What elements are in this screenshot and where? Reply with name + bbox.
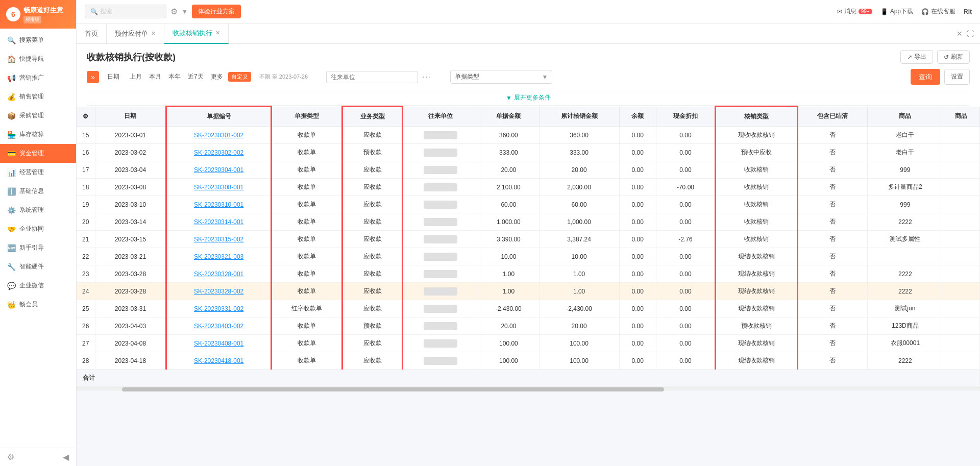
sidebar-label-newguide: 新手引导 [19,243,44,252]
date-this-year[interactable]: 本年 [166,71,183,82]
col-header-gear[interactable]: ⚙ [77,107,95,127]
cell-goods: 2222 [868,283,943,300]
refresh-button[interactable]: ↺ 刷新 [937,50,970,64]
cell-date: 2023-03-10 [95,196,166,213]
cell-goods: 老白干 [868,144,943,161]
industry-solution-button[interactable]: 体验行业方案 [192,5,241,18]
table-scrollbar-thumb[interactable] [122,387,664,391]
filter-settings-button[interactable]: 设置 [944,69,970,85]
cell-includesettled: 否 [797,265,868,283]
sidebar-item-operations[interactable]: 📊经营管理 [0,163,76,182]
cell-biztype: 应收款 [342,127,403,144]
singleno-link[interactable]: SK-20230304-001 [194,166,243,174]
date-custom-button[interactable]: 自定义 [228,72,251,82]
singleno-link[interactable]: SK-20230314-001 [194,218,243,226]
table-scrollbar[interactable] [77,387,980,391]
col-header-unit: 往来单位 [403,107,478,127]
cell-goodsmore [943,231,979,248]
cell-coretype: 现收收款核销 [716,127,797,144]
cell-cashdisc: 0.00 [656,196,715,213]
cell-coretype: 预收款核销 [716,317,797,335]
tab-prepay[interactable]: 预付应付单 ✕ [107,23,164,44]
sidebar-item-sales[interactable]: 💰销售管理 [0,87,76,106]
singleno-link[interactable]: SK-20230315-002 [194,236,243,243]
unit-input[interactable] [326,71,418,83]
cell-goodsmore [943,179,979,196]
tab-collect-close[interactable]: ✕ [215,30,220,36]
table-row: 22 2023-03-21 SK-20230321-003 收款单 应收款 ██… [77,248,980,265]
date-last-month[interactable]: 上月 [128,71,144,82]
singleno-link[interactable]: SK-20230418-001 [194,357,243,364]
date-7days[interactable]: 近7天 [186,71,206,82]
singleno-link[interactable]: SK-20230408-001 [194,340,243,347]
singleno-link[interactable]: SK-20230328-001 [194,271,243,278]
online-service-button[interactable]: 🎧 在线客服 [921,7,955,16]
sidebar-item-purchase[interactable]: 📦采购管理 [0,106,76,125]
cell-singletype: 收款单 [271,352,342,370]
cell-goods: 测试多属性 [868,231,943,248]
singleno-link[interactable]: SK-20230331-002 [194,305,243,312]
tab-prepay-close[interactable]: ✕ [151,30,156,37]
cell-date: 2023-03-28 [95,283,166,300]
sidebar-item-inventory[interactable]: 🏪库存核算 [0,125,76,144]
cell-cashdisc: -70.00 [656,179,715,196]
cell-singletype: 收款单 [271,213,342,231]
sidebar-item-hardware[interactable]: 🔧智能硬件 [0,257,76,276]
date-more[interactable]: 更多 [209,71,225,82]
cell-num: 22 [77,248,95,265]
singleno-link[interactable]: SK-20230302-002 [194,149,243,156]
table-row: 18 2023-03-08 SK-20230308-001 收款单 应收款 ██… [77,179,980,196]
app-download-button[interactable]: 📱 App下载 [880,7,913,16]
global-search[interactable]: 🔍 搜索 [85,5,166,18]
cell-biztype: 应收款 [342,300,403,317]
cell-balance: 0.00 [619,161,656,179]
tab-collect[interactable]: 收款核销执行 ✕ [164,23,229,44]
singleno-link[interactable]: SK-20230310-001 [194,201,243,208]
cell-date: 2023-03-08 [95,179,166,196]
date-this-month[interactable]: 本月 [147,71,163,82]
sidebar-item-system[interactable]: ⚙️系统管理 [0,201,76,219]
collapse-icon[interactable]: ◀ [63,452,69,462]
message-label: 消息 [844,7,856,16]
gear-icon[interactable]: ⚙ [170,7,178,16]
cell-unit: ████ [403,265,478,283]
singleno-link[interactable]: SK-20230321-003 [194,253,243,260]
sidebar-item-quicknav[interactable]: 🏠快捷导航 [0,50,76,68]
sidebar-item-member[interactable]: 👑畅会员 [0,295,76,314]
table-wrapper[interactable]: ⚙ 日期 单据编号 单据类型 业务类型 往来单位 单据金额 累计核销金额 余额 … [77,106,980,387]
tab-home[interactable]: 首页 [77,23,107,44]
sidebar-item-finance[interactable]: 💳资金管理 [0,144,76,163]
query-button[interactable]: 查询 [911,69,940,85]
tab-expand-icon[interactable]: ⛶ [967,30,974,38]
cell-cashdisc: 0.00 [656,248,715,265]
cell-balance: 0.00 [619,144,656,161]
singleno-link[interactable]: SK-20230403-002 [194,323,243,330]
cell-cumcore: 1,000.00 [539,213,619,231]
cell-cashdisc: 0.00 [656,127,715,144]
messages-button[interactable]: ✉ 消息 99+ [837,7,872,16]
type-select[interactable]: 单据类型 ▼ [450,70,552,84]
singleno-link[interactable]: SK-20230328-002 [194,288,243,295]
tab-close-all-icon[interactable]: ✕ [957,30,963,38]
more-filters-dots[interactable]: ··· [422,72,432,82]
settings-icon[interactable]: ⚙ [7,452,14,462]
sidebar-item-search[interactable]: 🔍搜索菜单 [0,31,76,50]
cell-num: 18 [77,179,95,196]
sidebar-item-basic[interactable]: ℹ️基础信息 [0,182,76,201]
singleno-link[interactable]: SK-20230301-002 [194,132,243,139]
sidebar-item-wechat[interactable]: 💬企业微信 [0,276,76,295]
cell-amount: 100.00 [478,335,539,352]
sidebar-item-marketing[interactable]: 📢营销推广 [0,68,76,87]
user-menu[interactable]: Rit [964,8,972,15]
expand-more-button[interactable]: ▼ 展开更多条件 [506,93,551,102]
system-icon: ⚙️ [7,206,15,214]
sidebar-item-newguide[interactable]: 🆕新手引导 [0,238,76,257]
export-button[interactable]: ↗ 导出 [900,50,933,64]
filter-toggle-button[interactable]: » [87,71,99,83]
cell-unit: ████ [403,161,478,179]
cell-includesettled: 否 [797,283,868,300]
sidebar-item-enterprise[interactable]: 🤝企业协同 [0,219,76,238]
singleno-link[interactable]: SK-20230308-001 [194,184,243,191]
dropdown-arrow-icon[interactable]: ▼ [182,8,188,15]
cell-amount: 1.00 [478,265,539,283]
